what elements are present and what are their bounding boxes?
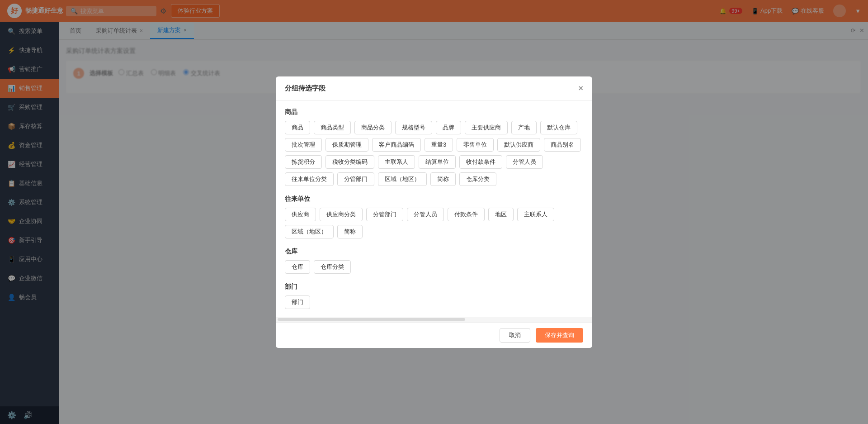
field-tag[interactable]: 默认供应商	[497, 138, 540, 152]
field-tag[interactable]: 仓库分类	[314, 260, 351, 274]
field-tag[interactable]: 重量3	[425, 138, 453, 152]
field-tag[interactable]: 区域（地区）	[378, 172, 427, 186]
field-tag[interactable]: 客户商品编码	[372, 138, 421, 152]
field-tag[interactable]: 简称	[430, 172, 456, 186]
field-tag[interactable]: 拣货积分	[285, 155, 322, 169]
modal-title: 分组待选字段	[285, 84, 326, 93]
field-tag[interactable]: 仓库分类	[459, 172, 496, 186]
field-tag[interactable]: 主联系人	[517, 208, 554, 221]
field-tag[interactable]: 默认仓库	[540, 121, 577, 134]
field-tag[interactable]: 批次管理	[285, 138, 322, 152]
field-tag[interactable]: 品牌	[436, 121, 461, 134]
modal-body: 商品 商品 商品类型 商品分类 规格型号 品牌 主要供应商 产地 默认仓库 批次…	[276, 101, 592, 317]
field-tag[interactable]: 主联系人	[378, 155, 415, 169]
modal-overlay: 分组待选字段 × 商品 商品 商品类型 商品分类 规格型号 品牌 主要供应商 产…	[0, 0, 868, 424]
field-tag[interactable]: 主要供应商	[465, 121, 508, 134]
field-tag[interactable]: 零售单位	[457, 138, 494, 152]
field-tag[interactable]: 分管人员	[407, 208, 444, 221]
field-tag[interactable]: 商品别名	[544, 138, 581, 152]
field-tag[interactable]: 商品	[285, 121, 310, 134]
warehouse-fields: 仓库 仓库分类	[285, 260, 583, 274]
field-tag[interactable]: 部门	[285, 295, 310, 309]
field-tag[interactable]: 仓库	[285, 260, 310, 274]
field-tag[interactable]: 规格型号	[395, 121, 432, 134]
field-tag[interactable]: 供应商分类	[320, 208, 363, 221]
save-query-button[interactable]: 保存并查询	[536, 328, 583, 343]
field-tag[interactable]: 分管部门	[337, 172, 374, 186]
section-warehouse: 仓库 仓库 仓库分类	[285, 248, 583, 274]
modal-horizontal-scrollbar[interactable]	[276, 317, 592, 322]
field-tag[interactable]: 商品分类	[354, 121, 392, 134]
field-tag[interactable]: 付款条件	[448, 208, 485, 221]
field-tag[interactable]: 供应商	[285, 208, 316, 221]
field-tag[interactable]: 结算单位	[419, 155, 456, 169]
field-tag[interactable]: 保质期管理	[326, 138, 368, 152]
field-tag[interactable]: 区域（地区）	[285, 225, 334, 238]
section-product-title: 商品	[285, 108, 583, 116]
section-partner: 往来单位 供应商 供应商分类 分管部门 分管人员 付款条件 地区 主联系人 区域…	[285, 195, 583, 238]
field-select-modal: 分组待选字段 × 商品 商品 商品类型 商品分类 规格型号 品牌 主要供应商 产…	[276, 76, 592, 348]
cancel-button[interactable]: 取消	[500, 328, 530, 343]
modal-header: 分组待选字段 ×	[276, 76, 592, 101]
field-tag[interactable]: 地区	[488, 208, 514, 221]
field-tag[interactable]: 收付款条件	[459, 155, 502, 169]
partner-fields: 供应商 供应商分类 分管部门 分管人员 付款条件 地区 主联系人 区域（地区） …	[285, 208, 583, 238]
section-product: 商品 商品 商品类型 商品分类 规格型号 品牌 主要供应商 产地 默认仓库 批次…	[285, 108, 583, 186]
section-department: 部门 部门	[285, 283, 583, 309]
section-partner-title: 往来单位	[285, 195, 583, 203]
section-department-title: 部门	[285, 283, 583, 291]
section-warehouse-title: 仓库	[285, 248, 583, 256]
field-tag[interactable]: 商品类型	[314, 121, 351, 134]
hscroll-bar	[278, 318, 465, 321]
product-fields: 商品 商品类型 商品分类 规格型号 品牌 主要供应商 产地 默认仓库 批次管理 …	[285, 121, 583, 186]
field-tag[interactable]: 简称	[337, 225, 363, 238]
field-tag[interactable]: 往来单位分类	[285, 172, 334, 186]
field-tag[interactable]: 分管部门	[366, 208, 403, 221]
modal-close-btn[interactable]: ×	[578, 84, 583, 93]
field-tag[interactable]: 分管人员	[506, 155, 543, 169]
field-tag[interactable]: 产地	[511, 121, 537, 134]
department-fields: 部门	[285, 295, 583, 309]
field-tag[interactable]: 税收分类编码	[326, 155, 374, 169]
modal-footer: 取消 保存并查询	[276, 322, 592, 348]
